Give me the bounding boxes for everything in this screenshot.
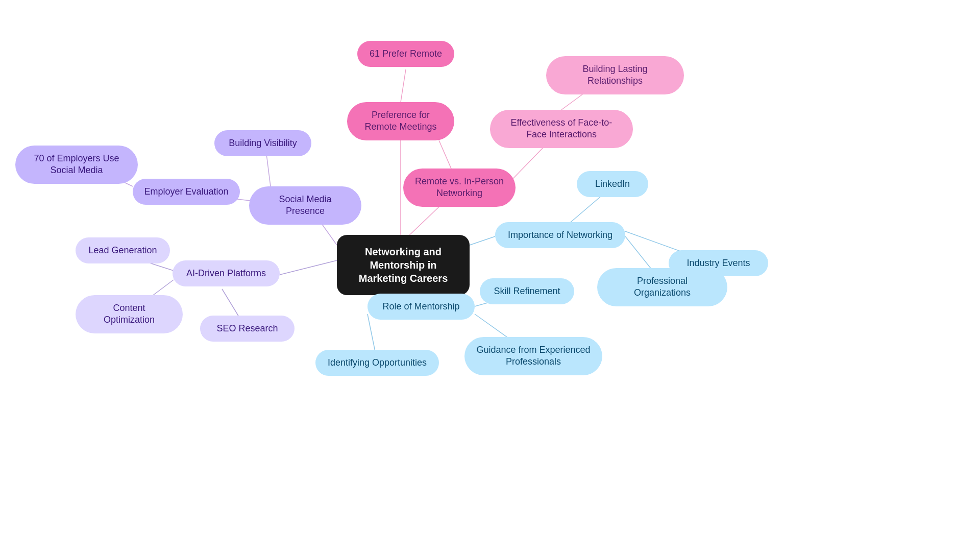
node-linkedin: LinkedIn <box>577 171 648 197</box>
node-guidance-professionals: Guidance from Experienced Professionals <box>464 337 602 375</box>
node-effectiveness-face: Effectiveness of Face-to-Face Interactio… <box>490 110 633 148</box>
node-identifying-opportunities: Identifying Opportunities <box>315 350 439 376</box>
node-social-media-presence: Social Media Presence <box>249 186 361 225</box>
node-ai-driven-platforms: AI-Driven Platforms <box>173 260 280 286</box>
svg-line-10 <box>280 260 337 275</box>
svg-line-2 <box>401 69 406 102</box>
node-content-optimization: Content Optimization <box>76 295 183 333</box>
node-seo-research: SEO Research <box>200 316 295 342</box>
node-building-visibility: Building Visibility <box>214 130 311 156</box>
node-role-mentorship: Role of Mentorship <box>368 294 475 320</box>
node-employer-evaluation: Employer Evaluation <box>133 179 240 205</box>
node-prefer-remote: 61 Prefer Remote <box>357 41 454 67</box>
center-node: Networking and Mentorship in Marketing C… <box>337 235 470 295</box>
svg-line-14 <box>470 236 495 245</box>
node-importance-networking: Importance of Networking <box>495 222 625 248</box>
node-remote-vs-inperson: Remote vs. In-Person Networking <box>403 169 516 207</box>
node-preference-remote-meetings: Preference for Remote Meetings <box>347 102 454 140</box>
node-lead-generation: Lead Generation <box>76 237 170 263</box>
node-building-lasting: Building Lasting Relationships <box>546 56 684 94</box>
node-skill-refinement: Skill Refinement <box>480 278 574 304</box>
node-professional-organizations: Professional Organizations <box>597 268 727 306</box>
node-employers-social-media: 70 of Employers Use Social Media <box>15 146 138 184</box>
